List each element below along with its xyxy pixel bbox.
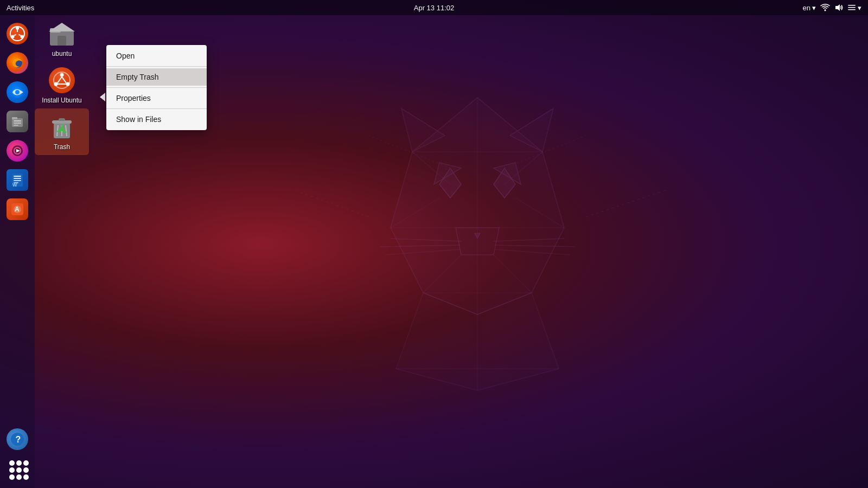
- writer-icon: W: [7, 169, 28, 191]
- svg-marker-69: [49, 23, 75, 31]
- svg-rect-51: [14, 125, 18, 126]
- dock-item-firefox[interactable]: [4, 50, 30, 76]
- dock-item-writer[interactable]: W: [4, 167, 30, 193]
- context-menu: Open Empty Trash Properties Show in File…: [106, 45, 207, 130]
- desktop-wallpaper-cat: [260, 54, 694, 434]
- system-menu-icon: [847, 3, 856, 12]
- svg-rect-35: [848, 7, 856, 8]
- svg-rect-57: [14, 176, 21, 177]
- wifi-button[interactable]: [820, 3, 830, 12]
- system-menu-chevron: ▾: [858, 4, 861, 12]
- desktop-icon-ubuntu-label: ubuntu: [52, 50, 72, 57]
- desktop-icon-trash-label: Trash: [54, 143, 70, 151]
- topbar-datetime[interactable]: Apr 13 11:02: [414, 4, 454, 12]
- svg-point-32: [825, 10, 826, 11]
- topbar-left: Activities: [7, 4, 34, 12]
- dock: W A ?: [0, 15, 35, 488]
- dock-bottom: ?: [4, 426, 30, 481]
- wifi-icon: [820, 3, 830, 12]
- svg-rect-58: [14, 178, 21, 179]
- svg-text:W: W: [12, 182, 17, 188]
- dock-item-thunderbird[interactable]: [4, 79, 30, 105]
- desktop-icons-area: ubuntu Install Ubuntu: [35, 15, 89, 155]
- context-menu-separator-1: [106, 66, 207, 67]
- appcenter-icon: A: [7, 198, 28, 220]
- svg-rect-34: [848, 5, 856, 6]
- svg-line-23: [293, 190, 369, 217]
- context-menu-separator-3: [106, 108, 207, 109]
- svg-rect-70: [58, 36, 66, 46]
- svg-point-72: [60, 73, 64, 77]
- svg-line-42: [14, 35, 16, 36]
- context-menu-item-empty-trash[interactable]: Empty Trash: [106, 68, 207, 86]
- dock-item-ubuntu[interactable]: [4, 21, 30, 47]
- svg-rect-49: [14, 120, 21, 121]
- context-menu-item-open[interactable]: Open: [106, 47, 207, 65]
- svg-line-75: [58, 77, 62, 84]
- dock-item-rhythmbox[interactable]: [4, 138, 30, 164]
- firefox-icon: [7, 52, 28, 74]
- svg-point-39: [11, 35, 15, 38]
- ubuntu-logo-icon: [7, 23, 28, 44]
- trash-icon: [48, 113, 76, 141]
- home-folder-icon: [48, 20, 76, 48]
- svg-rect-36: [848, 9, 856, 10]
- language-label: en: [803, 4, 810, 12]
- thunderbird-icon: [7, 81, 28, 103]
- svg-point-40: [21, 35, 24, 38]
- svg-point-38: [16, 27, 19, 30]
- dock-item-help[interactable]: ?: [4, 426, 30, 452]
- svg-line-43: [19, 35, 21, 36]
- svg-text:?: ?: [16, 435, 21, 444]
- volume-button[interactable]: [834, 3, 843, 12]
- language-chevron-icon: ▾: [812, 4, 816, 12]
- files-icon: [7, 111, 28, 132]
- dock-item-appcenter[interactable]: A: [4, 196, 30, 222]
- svg-rect-59: [14, 180, 21, 181]
- context-menu-separator-2: [106, 87, 207, 88]
- desktop-icon-install-ubuntu[interactable]: Install Ubuntu: [35, 62, 89, 108]
- svg-point-46: [15, 90, 20, 94]
- topbar-right: en ▾: [803, 3, 861, 12]
- topbar: Activities Apr 13 11:02 en ▾: [0, 0, 868, 15]
- install-ubuntu-icon: [48, 66, 76, 94]
- apps-grid-icon: [7, 458, 28, 479]
- dock-item-apps-grid[interactable]: [4, 455, 30, 481]
- help-icon: ?: [7, 428, 28, 450]
- svg-rect-50: [14, 123, 21, 124]
- svg-rect-80: [59, 118, 65, 121]
- language-indicator[interactable]: en ▾: [803, 4, 816, 12]
- svg-line-24: [586, 190, 667, 217]
- svg-line-76: [62, 77, 66, 84]
- svg-rect-48: [12, 117, 17, 119]
- svg-marker-33: [835, 4, 840, 11]
- dock-item-files[interactable]: [4, 108, 30, 134]
- system-menu-button[interactable]: ▾: [847, 3, 861, 12]
- volume-icon: [834, 3, 843, 12]
- desktop-icon-ubuntu[interactable]: ubuntu: [35, 15, 89, 62]
- svg-text:A: A: [15, 206, 20, 213]
- desktop-icon-install-label: Install Ubuntu: [42, 97, 81, 104]
- desktop-icon-trash[interactable]: Trash: [35, 108, 89, 155]
- activities-button[interactable]: Activities: [7, 4, 34, 12]
- context-menu-item-properties[interactable]: Properties: [106, 89, 207, 107]
- rhythmbox-icon: [7, 140, 28, 162]
- context-menu-item-show-in-files[interactable]: Show in Files: [106, 111, 207, 128]
